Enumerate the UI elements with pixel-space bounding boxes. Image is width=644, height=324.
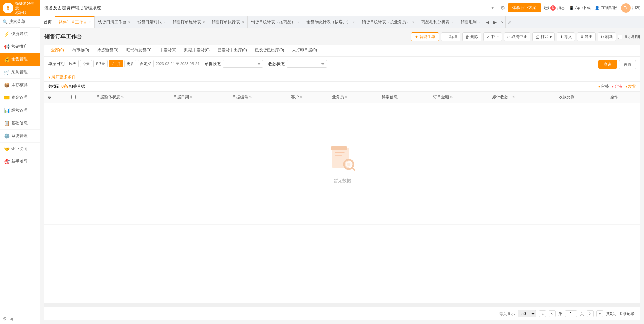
sidebar-item-system[interactable]: ⚙️系统管理 bbox=[0, 130, 40, 143]
show-detail-checkbox[interactable] bbox=[618, 35, 622, 39]
export-btn[interactable]: ⬇ 导出 bbox=[577, 32, 596, 41]
tab-product-margin[interactable]: 商品毛利分析表× bbox=[418, 16, 457, 28]
horizontal-scrollbar[interactable] bbox=[44, 303, 640, 307]
smart-generate-btn[interactable]: ★ 智能生单 bbox=[411, 32, 439, 41]
tab-close-cash-daily-workbench[interactable]: × bbox=[128, 20, 130, 24]
delete-btn[interactable]: 🗑 删除 bbox=[462, 32, 481, 41]
message-btn[interactable]: 💬 6 消息 bbox=[544, 5, 565, 11]
tab-cash-goods-reconcile[interactable]: 钱货日清对账× bbox=[134, 16, 169, 28]
tab-sales-order-exec[interactable]: 销售订单执行表× bbox=[208, 16, 248, 28]
search-label: 搜索菜单 bbox=[9, 19, 25, 25]
show-detail-label[interactable]: 显示明细 bbox=[618, 34, 640, 40]
import-btn[interactable]: ⬆ 导入 bbox=[557, 32, 575, 41]
enterprise-icon: 🤝 bbox=[4, 146, 9, 152]
set-btn[interactable]: 设置 bbox=[619, 60, 636, 69]
col-header-customer[interactable]: 客户⇅ bbox=[288, 92, 328, 103]
tab-next-btn[interactable]: ▶ bbox=[491, 16, 499, 28]
sidebar-item-enterprise[interactable]: 🤝企业协同 bbox=[0, 143, 40, 155]
cancel-stop-btn[interactable]: ↩ 取消中止 bbox=[504, 32, 530, 41]
select-all-checkbox[interactable] bbox=[71, 95, 76, 99]
payment-select[interactable] bbox=[287, 60, 327, 68]
sidebar-item-base-info[interactable]: 📋基础信息 bbox=[0, 117, 40, 130]
tab-close-sales-stats-product[interactable]: × bbox=[297, 20, 299, 24]
sub-tab-unprinted[interactable]: 未打印单据(0) bbox=[288, 45, 321, 56]
ship-action-btn[interactable]: ● 发货 bbox=[625, 84, 636, 89]
sub-tab-shipped-not-out[interactable]: 已发货未出库(0) bbox=[214, 45, 251, 56]
sub-tab-unshipped[interactable]: 未发货(0) bbox=[156, 45, 181, 56]
tab-sales-stats-customer[interactable]: 销货单统计表（按客户）× bbox=[303, 16, 358, 28]
sub-tab-wangpu-pending[interactable]: 旺铺待发货(0) bbox=[122, 45, 156, 56]
query-btn[interactable]: 查询 bbox=[598, 60, 617, 69]
nav-label-operations: 经营管理 bbox=[11, 108, 28, 113]
user-area[interactable]: Ea 用友 bbox=[621, 3, 640, 13]
col-header-number[interactable]: 单据编号⇅ bbox=[229, 92, 288, 103]
sidebar-item-quick-nav[interactable]: ⚡快捷导航 bbox=[0, 28, 40, 40]
sidebar-item-guide[interactable]: 🎯新手引导 bbox=[0, 155, 40, 168]
date-btn-近1月[interactable]: 近1月 bbox=[109, 60, 123, 67]
tab-close-sales-gross[interactable]: × bbox=[479, 20, 481, 24]
stop-btn[interactable]: ⊘ 中止 bbox=[483, 32, 502, 41]
online-service-btn[interactable]: 👤 在线客服 bbox=[595, 5, 617, 11]
sub-tab-shipped-out[interactable]: 已发货已出库(0) bbox=[251, 45, 288, 56]
review-action-btn[interactable]: ● 审核 bbox=[598, 84, 609, 89]
expand-more-btn[interactable]: ▾ 展开更多条件 bbox=[48, 74, 636, 80]
first-page-btn[interactable]: « bbox=[539, 310, 546, 317]
tab-close-sales-order-workbench[interactable]: × bbox=[89, 21, 91, 24]
settings-bottom-icon[interactable]: ⚙ bbox=[3, 316, 7, 321]
page-input[interactable] bbox=[565, 310, 577, 317]
collapse-icon[interactable]: ◀ bbox=[10, 316, 13, 321]
cancel-review-action-btn[interactable]: ● 弃审 bbox=[612, 84, 622, 89]
col-header-staff[interactable]: 业务员⇅ bbox=[329, 92, 378, 103]
col-header-date[interactable]: 单据日期⇅ bbox=[170, 92, 228, 103]
expand-icon[interactable]: ▼ bbox=[491, 6, 495, 10]
add-btn[interactable]: ＋ 新增 bbox=[441, 32, 460, 41]
gear-icon[interactable]: ⚙ bbox=[500, 5, 505, 11]
date-btn-更多[interactable]: 更多 bbox=[124, 60, 136, 67]
sidebar-item-marketing[interactable]: 📢营销推广 bbox=[0, 40, 40, 53]
tab-sales-gross[interactable]: 销售毛利× bbox=[457, 16, 484, 28]
sidebar-item-sales[interactable]: 💰销售管理 bbox=[0, 53, 40, 66]
sub-tab-pending-review[interactable]: 待审核(0) bbox=[68, 45, 93, 56]
sub-tab-all[interactable]: 全部(0) bbox=[47, 45, 68, 56]
next-page-btn[interactable]: > bbox=[587, 310, 594, 317]
tab-close-sales-stats-customer[interactable]: × bbox=[353, 20, 355, 24]
last-page-btn[interactable]: » bbox=[596, 310, 603, 317]
sub-tab-pending-check[interactable]: 待拣验货(0) bbox=[93, 45, 122, 56]
tab-close-cash-goods-reconcile[interactable]: × bbox=[164, 20, 166, 24]
print-btn[interactable]: 🖨 打印 ▾ bbox=[532, 32, 555, 41]
refresh-btn[interactable]: ↻ 刷新 bbox=[598, 32, 616, 41]
prev-page-btn[interactable]: < bbox=[549, 310, 556, 317]
sub-tab-expired-unshipped[interactable]: 到期未发货(0) bbox=[180, 45, 214, 56]
sidebar-item-inventory[interactable]: 📦库存核算 bbox=[0, 79, 40, 91]
sidebar-search[interactable]: 🔍 搜索菜单 bbox=[0, 16, 40, 28]
tab-close-all-btn[interactable]: × bbox=[499, 16, 506, 28]
col-header-status[interactable]: 单据整体状态⇅ bbox=[93, 92, 170, 103]
tab-close-sales-stats-staff[interactable]: × bbox=[412, 20, 414, 24]
date-btn-昨天[interactable]: 昨天 bbox=[67, 60, 79, 67]
tab-sales-order-stats[interactable]: 销售订单统计表× bbox=[169, 16, 209, 28]
tab-sales-stats-product[interactable]: 销货单统计表（按商品）× bbox=[248, 16, 303, 28]
status-select[interactable] bbox=[223, 60, 263, 68]
col-header-amount[interactable]: 订单金额⇅ bbox=[430, 92, 488, 103]
tab-prev-btn[interactable]: ◀ bbox=[484, 16, 491, 28]
date-btn-近7天[interactable]: 近7天 bbox=[93, 60, 108, 67]
tab-sales-order-workbench[interactable]: 销售订单工作台× bbox=[55, 16, 95, 28]
date-btn-今天[interactable]: 今天 bbox=[80, 60, 92, 67]
tab-expand-btn[interactable]: ⤢ bbox=[506, 16, 513, 28]
tab-close-sales-order-stats[interactable]: × bbox=[203, 20, 205, 24]
tab-cash-daily-workbench[interactable]: 钱货日清工作台× bbox=[95, 16, 134, 28]
tab-close-product-margin[interactable]: × bbox=[452, 20, 454, 24]
page-size-select[interactable]: 102050100 bbox=[518, 310, 536, 317]
col-settings-icon[interactable]: ⚙ bbox=[48, 95, 51, 100]
tab-home[interactable]: 首页 bbox=[40, 16, 55, 28]
sidebar-item-finance[interactable]: 💳资金管理 bbox=[0, 91, 40, 104]
tab-close-sales-order-exec[interactable]: × bbox=[242, 20, 244, 24]
industry-btn[interactable]: 体验行业方案 bbox=[508, 3, 541, 12]
app-download-btn[interactable]: 📱 App下载 bbox=[569, 5, 591, 11]
empty-illustration bbox=[327, 144, 357, 174]
sidebar-item-operations[interactable]: 📊经营管理 bbox=[0, 104, 40, 117]
tab-sales-stats-staff[interactable]: 销货单统计表（按业务员）× bbox=[358, 16, 418, 28]
date-btn-自定义[interactable]: 自定义 bbox=[138, 60, 154, 67]
col-header-collected[interactable]: 累计收款...⇅ bbox=[489, 92, 555, 103]
sidebar-item-purchase[interactable]: 🛒采购管理 bbox=[0, 66, 40, 79]
